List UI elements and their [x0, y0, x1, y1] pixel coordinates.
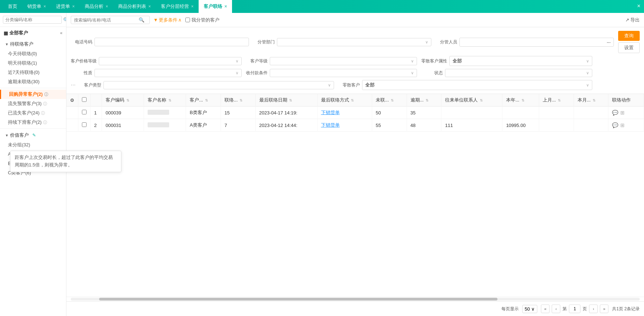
row2-checkbox[interactable]	[82, 122, 87, 127]
my-customers-checkbox[interactable]	[185, 18, 190, 22]
close-customer-contact[interactable]: ×	[224, 4, 227, 9]
first-page-btn[interactable]: «	[541, 305, 550, 313]
sidebar-search-input[interactable]	[3, 16, 62, 24]
th-customer-type[interactable]: 客户... ⇅	[186, 94, 221, 107]
content-area: 🔍 ▼ 更多条件 ∧ 我分管的客户 ↗ 导出 电话号码	[66, 13, 644, 316]
nav-sales-order[interactable]: 销货单 ×	[22, 0, 51, 13]
chat-icon-2[interactable]: 💬	[612, 122, 618, 128]
td-code-1: 000039	[102, 107, 144, 119]
th-last-contact-date[interactable]: 最后联络日期 ⇅	[255, 94, 317, 107]
sidebar-item-churned[interactable]: 已流失客户(24) ⓘ	[0, 108, 66, 118]
sidebar-item-tomorrow[interactable]: 明天待联络(1)	[0, 58, 66, 68]
th-this-year[interactable]: 本年... ⇅	[502, 94, 539, 107]
sidebar-item-ungroup[interactable]: 未分组(32)	[0, 140, 66, 150]
close-sales-order[interactable]: ×	[43, 4, 46, 9]
my-customers-checkbox-label[interactable]: 我分管的客户	[185, 17, 219, 23]
sidebar-item-overdue[interactable]: 逾期未联络(30)	[0, 77, 66, 86]
th-contact[interactable]: 联络... ⇅	[221, 94, 255, 107]
close-purchase-order[interactable]: ×	[72, 4, 75, 9]
value-customer-group[interactable]: ▼ 价值客户 ✎	[0, 130, 66, 140]
th-last-month[interactable]: 上月... ⇅	[539, 94, 574, 107]
info-icon-4: ⓘ	[43, 120, 47, 125]
grid-icon-1[interactable]: ⊞	[620, 110, 625, 115]
per-page-select[interactable]: 50 ∨	[522, 305, 537, 313]
filter-row-2: 客户价格等级 ∨ 客户等级 ∨ 零散客户属性 全部	[71, 56, 640, 66]
retail-attr-select[interactable]: 全部 ∨	[449, 56, 592, 66]
customer-tier-select[interactable]: ∨	[270, 57, 417, 65]
customer-type-select[interactable]: ∨	[103, 81, 334, 89]
grid-icon-2[interactable]: ⊞	[620, 122, 625, 128]
td-index-2: 2	[91, 119, 102, 132]
th-customer-code[interactable]: 客户编码 ⇅	[102, 94, 144, 107]
th-overdue[interactable]: 逾期... ⇅	[407, 94, 441, 107]
th-contacts[interactable]: 往来单位联系人 ⇅	[441, 94, 502, 107]
sidebar-item-declining[interactable]: 持续下滑客户(2) ⓘ	[0, 118, 66, 127]
info-icon-1: ⓘ	[44, 92, 48, 97]
all-customers-title[interactable]: ▦ 全部客户 «	[0, 27, 66, 39]
search-icon[interactable]: 🔍	[139, 17, 144, 23]
more-filters-dots[interactable]: ···	[71, 82, 75, 88]
close-product-analysis[interactable]: ×	[106, 4, 108, 9]
price-tier-select[interactable]: ∨	[99, 57, 242, 65]
td-method-1[interactable]: 下销货单	[317, 107, 372, 119]
sidebar-collapse-btn[interactable]: «	[60, 30, 62, 36]
export-btn[interactable]: ↗ 导出	[625, 17, 640, 23]
nature-select[interactable]: ∨	[94, 69, 242, 77]
sidebar-item-today[interactable]: 今天待联络(0)	[0, 49, 66, 58]
total-records-label: 共1页 2条记录	[612, 306, 640, 312]
horizontal-scroll-bar[interactable]	[66, 297, 644, 301]
dept-select[interactable]: ∨	[277, 38, 431, 46]
status-select[interactable]: ∨	[445, 69, 592, 77]
retail-customer-select[interactable]: 全部 ∨	[362, 80, 592, 90]
td-method-2[interactable]: 下销货单	[317, 119, 372, 132]
pending-contact-group[interactable]: ▼ 待联络客户	[0, 39, 66, 49]
next-page-btn[interactable]: ›	[589, 305, 598, 313]
window-close-icon[interactable]: ×	[637, 3, 640, 9]
th-this-month[interactable]: 本月... ⇅	[574, 94, 608, 107]
th-customer-name[interactable]: 客户名称 ⇅	[144, 94, 186, 107]
th-settings[interactable]: ⚙	[66, 94, 78, 107]
filter-status: 状态 ∨	[421, 69, 592, 77]
nav-customer-segment[interactable]: 客户分层经营 ×	[156, 0, 199, 13]
sidebar-item-abnormal-repurchase[interactable]: 回购异常客户(2) ⓘ	[0, 90, 66, 99]
td-thismonth-1	[574, 107, 608, 119]
edit-group-icon[interactable]: ✎	[32, 133, 36, 138]
chat-icon-1[interactable]: 💬	[612, 110, 618, 115]
per-page-chevron-icon: ∨	[531, 306, 535, 312]
nav-home[interactable]: 首页	[3, 0, 22, 13]
search-input[interactable]	[74, 18, 139, 23]
th-last-contact-method[interactable]: 最后联络方式 ⇅	[317, 94, 372, 107]
row1-checkbox[interactable]	[82, 110, 87, 114]
nav-product-list[interactable]: 商品分析列表 ×	[113, 0, 156, 13]
th-unpaid[interactable]: 未联... ⇅	[372, 94, 407, 107]
prev-page-btn[interactable]: ‹	[552, 305, 560, 313]
page-number-input[interactable]	[569, 305, 580, 313]
table-header-row: ⚙ 客户编码 ⇅ 客户名称 ⇅	[66, 94, 644, 107]
filter-icon: ▼	[153, 17, 158, 23]
payment-select[interactable]: ∨	[270, 69, 417, 77]
close-customer-segment[interactable]: ×	[191, 4, 194, 9]
close-product-list[interactable]: ×	[148, 4, 151, 9]
nav-purchase-order[interactable]: 进货单 ×	[51, 0, 80, 13]
sidebar-item-churn-warning[interactable]: 流失预警客户(3) ⓘ	[0, 99, 66, 108]
manager-select[interactable]: ···	[459, 38, 614, 47]
method-link-2[interactable]: 下销货单	[321, 122, 340, 128]
nav-product-analysis[interactable]: 商品分析 ×	[80, 0, 113, 13]
td-year-2: 10995.00	[502, 119, 539, 132]
sort-name-icon: ⇅	[168, 98, 171, 102]
td-contact-1: 15	[221, 107, 255, 119]
sidebar-item-7days[interactable]: 近7天待联络(0)	[0, 68, 66, 77]
info-icon-3: ⓘ	[41, 110, 45, 116]
sort-code-icon: ⇅	[126, 98, 129, 102]
more-conditions-btn[interactable]: ▼ 更多条件 ∧	[153, 17, 182, 23]
name-blur-2	[148, 122, 169, 127]
select-all-checkbox[interactable]	[82, 97, 87, 102]
query-button[interactable]: 查询	[618, 31, 640, 41]
method-link-1[interactable]: 下销货单	[321, 110, 340, 115]
settings-button[interactable]: 设置	[618, 42, 640, 53]
sidebar-search-icon[interactable]: 🔍	[63, 17, 66, 23]
last-page-btn[interactable]: »	[600, 305, 608, 313]
phone-input[interactable]	[94, 38, 249, 46]
nav-customer-contact[interactable]: 客户联络 ×	[199, 0, 232, 13]
top-nav: 首页 销货单 × 进货单 × 商品分析 × 商品分析列表 × 客户分层经营 × …	[0, 0, 644, 13]
